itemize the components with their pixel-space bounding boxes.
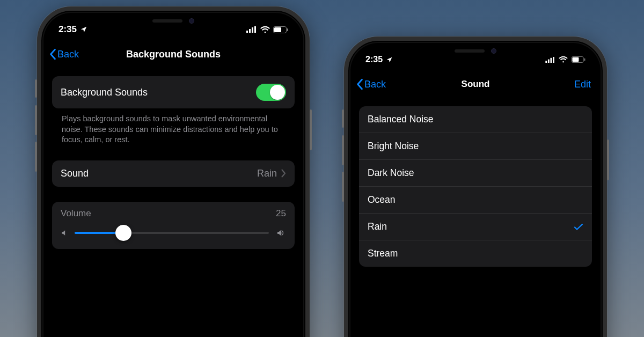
status-time: 2:35: [58, 24, 77, 35]
sound-row-label: Sound: [61, 168, 89, 179]
sound-option-label: Rain: [368, 221, 387, 232]
back-label: Back: [57, 49, 79, 60]
volume-down-button: [35, 142, 37, 172]
mute-switch: [342, 109, 344, 128]
location-icon: [80, 26, 87, 33]
sound-row-value: Rain: [257, 168, 277, 179]
sound-option[interactable]: Dark Noise: [359, 159, 592, 186]
sound-option-label: Stream: [368, 248, 398, 259]
sound-option[interactable]: Stream: [359, 240, 592, 267]
chevron-left-icon: [356, 78, 363, 90]
status-time: 2:35: [365, 55, 383, 64]
svg-rect-12: [572, 57, 579, 62]
svg-rect-9: [551, 57, 552, 62]
chevron-right-icon: [281, 169, 286, 178]
page-title: Sound: [462, 79, 490, 90]
notch: [125, 13, 222, 29]
notch: [427, 43, 524, 59]
back-label: Back: [364, 79, 386, 90]
nav-bar: Back Sound Edit: [350, 72, 601, 97]
volume-label: Volume: [61, 208, 91, 219]
nav-bar: Back Background Sounds: [43, 42, 303, 67]
volume-down-button: [342, 172, 344, 202]
volume-cell: Volume 25: [52, 202, 295, 249]
sound-option-label: Bright Noise: [368, 141, 419, 152]
wifi-icon: [559, 56, 568, 63]
volume-up-button: [35, 105, 37, 135]
side-button: [607, 140, 609, 180]
sound-option-label: Dark Noise: [368, 167, 414, 179]
sound-option[interactable]: Bright Noise: [359, 133, 592, 159]
side-button: [310, 109, 312, 150]
volume-up-button: [342, 135, 344, 165]
phone-mockup-left: 2:35 Back Background Sounds Background S…: [37, 6, 310, 337]
sound-option-label: Ocean: [368, 194, 396, 206]
master-toggle-label: Background Sounds: [61, 87, 148, 98]
sound-picker-cell[interactable]: Sound Rain: [52, 160, 295, 187]
back-button[interactable]: Back: [49, 48, 79, 60]
volume-value: 25: [276, 208, 286, 219]
checkmark-icon: [574, 223, 583, 231]
back-button[interactable]: Back: [356, 78, 386, 90]
edit-button[interactable]: Edit: [574, 79, 591, 90]
svg-rect-1: [249, 29, 251, 33]
sound-option[interactable]: Balanced Noise: [359, 106, 592, 133]
wifi-icon: [260, 26, 270, 33]
battery-icon: [571, 56, 586, 63]
svg-rect-3: [254, 26, 256, 33]
svg-rect-8: [548, 59, 550, 62]
sound-option[interactable]: Ocean: [359, 186, 592, 213]
svg-rect-10: [553, 57, 554, 63]
cellular-icon: [246, 26, 257, 33]
speaker-low-icon: [61, 229, 68, 237]
phone-mockup-right: 2:35 Back Sound Edit Balanced NoiseBrigh…: [344, 36, 607, 337]
svg-rect-5: [274, 27, 281, 32]
svg-rect-13: [584, 58, 586, 61]
svg-rect-0: [246, 31, 248, 33]
master-toggle-cell: Background Sounds: [52, 76, 295, 108]
sound-option[interactable]: Rain: [359, 213, 592, 240]
location-icon: [386, 56, 393, 63]
feature-caption: Plays background sounds to mask unwanted…: [52, 108, 295, 145]
chevron-left-icon: [49, 48, 56, 60]
sound-option-label: Balanced Noise: [368, 114, 434, 125]
speaker-high-icon: [275, 229, 286, 237]
mute-switch: [35, 79, 37, 98]
svg-rect-2: [252, 27, 253, 33]
svg-rect-6: [287, 28, 288, 31]
battery-icon: [273, 26, 288, 33]
master-toggle[interactable]: [256, 84, 286, 101]
cellular-icon: [545, 57, 555, 63]
volume-slider[interactable]: [75, 225, 269, 240]
page-title: Background Sounds: [126, 49, 221, 60]
svg-rect-7: [545, 61, 547, 63]
sound-options-list: Balanced NoiseBright NoiseDark NoiseOcea…: [359, 106, 592, 267]
